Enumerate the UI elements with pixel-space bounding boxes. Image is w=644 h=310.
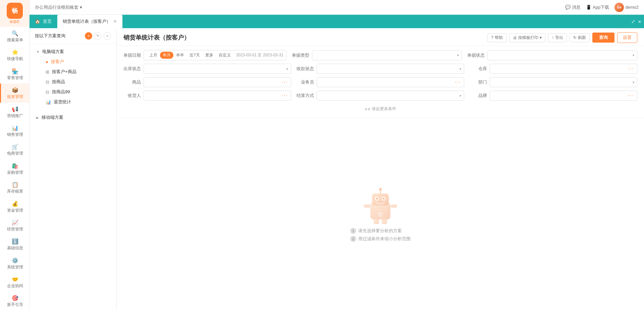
tree-item-by-customer-product[interactable]: ⊞ 按客户+商品 <box>30 67 116 77</box>
this-month-tab[interactable]: 本月 <box>160 52 173 59</box>
out-status-select[interactable]: ▾ <box>144 64 291 74</box>
collapse-bar[interactable]: ∧∧ 收起更多条件 <box>123 104 637 114</box>
out-status-arrow-icon: ▾ <box>286 67 288 71</box>
quick-nav-icon: ⭐ <box>12 49 18 55</box>
tab-maximize-button[interactable]: ⤢ <box>631 19 635 24</box>
topbar-left: 办公用品行业模拟账套 ▾ <box>35 4 82 10</box>
sidebar-item-purchase[interactable]: 🛍️ 采购管理 <box>0 159 29 178</box>
sidebar-item-guide[interactable]: 🎯 新手引导 <box>0 292 29 310</box>
app-download-button[interactable]: 📱 App下载 <box>586 4 609 10</box>
export-button[interactable]: ↑ 导出 <box>548 33 567 42</box>
sidebar-label-retail: 零售管理 <box>7 75 23 80</box>
tab-sales-stats[interactable]: 销货单统计表（按客户） ✕ <box>57 15 122 28</box>
inventory-icon: 📋 <box>12 182 18 188</box>
sidebar-item-finance[interactable]: 💰 资金管理 <box>0 197 29 216</box>
tree-section-desktop: ▼ 电脑端方案 ● 按客户 ⊞ 按客户+商品 ⊟ 按商品 ⊟ 按商品99 <box>30 44 116 110</box>
settlement-label: 结算方式 <box>297 93 314 99</box>
refresh-button[interactable]: ↻ 刷新 <box>570 33 590 42</box>
svg-rect-8 <box>364 204 370 208</box>
hint-num-1: 1 <box>350 228 356 234</box>
system-icon: ⚙️ <box>12 257 18 264</box>
desktop-arrow-icon: ▼ <box>36 50 40 54</box>
custom-tab[interactable]: 自定义 <box>216 52 233 59</box>
empty-hint-2: 2 用过滤条件来缩小分析范围 <box>350 236 411 242</box>
tab-restore-button[interactable]: ✕ <box>638 19 641 24</box>
tab-home[interactable]: 🏠 首页 <box>30 15 57 28</box>
sidebar-item-system[interactable]: ⚙️ 系统管理 <box>0 254 29 273</box>
product-select[interactable]: ··· <box>144 77 291 87</box>
svg-rect-10 <box>374 219 379 224</box>
this-year-tab[interactable]: 本年 <box>173 52 187 59</box>
sales-icon: 📊 <box>12 125 18 131</box>
sidebar-label-system: 系统管理 <box>7 265 23 269</box>
sidebar-label-search: 搜索菜单 <box>7 38 23 42</box>
date-range-text: 2023-03-01 至 2023-03-31 <box>236 52 283 58</box>
left-panel-title: 按以下方案查询 <box>35 33 65 39</box>
help-button[interactable]: ? 帮助 <box>487 33 506 42</box>
edit-scheme-button[interactable]: ✎ <box>94 32 102 40</box>
app-download-label: App下载 <box>593 4 609 10</box>
sidebar-item-wholesale[interactable]: 📦 批发管理 <box>0 84 29 102</box>
filter-order-status: 单据状态 ▾ <box>467 50 637 60</box>
last-7-tab[interactable]: 近7天 <box>187 52 203 59</box>
filter-row-1: 单据日期 上月 本月 本年 近7天 更多 自定义 2023-03-01 至 20… <box>123 50 637 60</box>
sidebar-item-retail[interactable]: 🏪 零售管理 <box>0 65 29 84</box>
export-icon: ↑ <box>552 35 554 40</box>
prev-month-tab[interactable]: 上月 <box>147 52 160 59</box>
receiver-select[interactable]: ··· <box>144 91 291 101</box>
tree-item-by-product-99[interactable]: ⊟ 按商品99 <box>30 87 116 97</box>
filter-warehouse: 仓库 ··· <box>470 64 637 74</box>
page-header: 销货单统计表（按客户） ? 帮助 🖨 按模板打印 ▾ ↑ 导出 <box>117 28 644 46</box>
user-profile[interactable]: Ea demo2 <box>614 3 639 12</box>
add-scheme-button[interactable]: + <box>85 32 92 40</box>
receipt-status-label: 收款状态 <box>297 66 314 72</box>
tab-close-icon[interactable]: ✕ <box>113 19 117 24</box>
refresh-icon: ↻ <box>573 35 577 40</box>
tree-item-by-customer[interactable]: ● 按客户 <box>30 57 116 67</box>
settlement-select[interactable]: ▾ <box>317 91 464 101</box>
return-stats-icon: 📊 <box>46 100 51 105</box>
customer-product-icon: ⊞ <box>46 69 49 74</box>
finance-icon: 💰 <box>12 201 18 207</box>
tree-section-mobile-header[interactable]: ▶ 移动端方案 <box>30 112 116 122</box>
export-label: 导出 <box>555 35 563 41</box>
filter-receipt-status: 收款状态 ▾ <box>297 64 464 74</box>
sidebar-item-basic[interactable]: ℹ️ 基础信息 <box>0 235 29 254</box>
salesperson-select[interactable]: ··· <box>317 77 464 87</box>
sidebar-item-quick-nav[interactable]: ⭐ 快捷导航 <box>0 46 29 64</box>
more-tab[interactable]: 更多 <box>203 52 216 59</box>
print-icon: 🖨 <box>513 35 517 40</box>
department-select[interactable]: ▾ <box>490 77 637 87</box>
order-status-select[interactable]: ▾ <box>487 50 637 60</box>
sidebar-item-ecommerce[interactable]: 🛒 电商管理 <box>0 140 29 159</box>
collapse-panel-button[interactable]: « <box>104 32 111 40</box>
sidebar-item-sales[interactable]: 📊 销售管理 <box>0 121 29 140</box>
receiver-label: 收货人 <box>123 93 141 99</box>
tree-item-by-product[interactable]: ⊟ 按商品 <box>30 77 116 87</box>
sidebar-label-sales: 销售管理 <box>7 132 23 137</box>
receipt-status-select[interactable]: ▾ <box>317 64 464 74</box>
sidebar-label-inventory: 库存核算 <box>7 189 23 194</box>
settings-button[interactable]: 设置 <box>617 32 637 43</box>
date-picker[interactable]: 上月 本月 本年 近7天 更多 自定义 2023-03-01 至 2023-03… <box>144 50 286 60</box>
template-print-button[interactable]: 🖨 按模板打印 ▾ <box>509 33 545 42</box>
mobile-arrow-icon: ▶ <box>36 116 39 119</box>
warehouse-more-icon: ··· <box>628 66 634 72</box>
left-panel-header: 按以下方案查询 + ✎ « <box>30 28 116 44</box>
filter-area: 单据日期 上月 本月 本年 近7天 更多 自定义 2023-03-01 至 20… <box>117 46 644 118</box>
tree-item-return-stats[interactable]: 📊 退货统计 <box>30 97 116 107</box>
warehouse-select[interactable]: ··· <box>490 64 637 74</box>
sidebar-item-enterprise[interactable]: 🤝 企业协同 <box>0 273 29 292</box>
query-button[interactable]: 查询 <box>592 33 614 43</box>
brand-select[interactable]: ··· <box>490 91 637 101</box>
tree-section-desktop-header[interactable]: ▼ 电脑端方案 <box>30 47 116 57</box>
filter-row-4: 收货人 ··· 结算方式 ▾ 品牌 <box>123 91 637 101</box>
sidebar-item-search[interactable]: 🔍 搜索菜单 <box>0 27 29 46</box>
order-type-select[interactable]: ▾ <box>312 50 462 60</box>
department-arrow-icon: ▾ <box>633 81 634 84</box>
sidebar-item-inventory[interactable]: 📋 库存核算 <box>0 178 29 197</box>
message-button[interactable]: 💬 消息 <box>565 4 581 10</box>
sidebar-item-marketing[interactable]: 📢 营销推广 <box>0 103 29 121</box>
industry-dropdown[interactable]: 办公用品行业模拟账套 ▾ <box>35 4 82 10</box>
sidebar-item-business[interactable]: 📈 经营管理 <box>0 216 29 235</box>
